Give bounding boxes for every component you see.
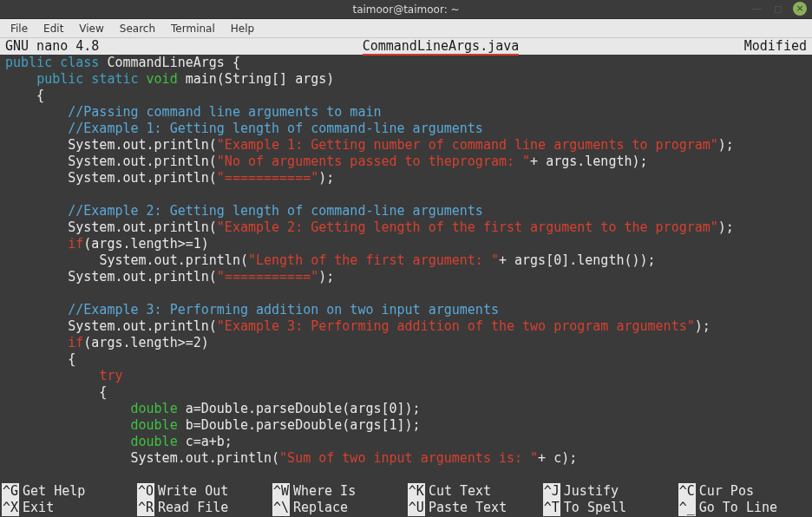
code-token: static [91, 71, 138, 87]
shortcut-replace[interactable]: ^\Replace [271, 500, 406, 516]
code-token: System.out.println( [68, 170, 217, 186]
code-token: System.out.println( [68, 137, 217, 153]
code-token: if [68, 236, 83, 252]
code-string: "===========" [217, 170, 318, 186]
shortcut-to-spell[interactable]: ^TTo Spell [541, 500, 677, 516]
shortcut-cut-text[interactable]: ^KCut Text [406, 483, 541, 500]
code-token: ); [318, 170, 334, 186]
code-token: ); [718, 137, 734, 153]
code-token [5, 170, 68, 186]
code-token: class [60, 55, 99, 70]
code-token: public [36, 71, 83, 87]
code-token: System.out.println( [99, 252, 248, 268]
code-comment: //Passing command line arguments to main [68, 104, 381, 120]
keycap: ^\ [272, 500, 290, 516]
keycap: ^U [408, 500, 425, 516]
code-string: "===========" [217, 269, 318, 285]
code-token [5, 335, 68, 350]
nano-app-name: GNU nano 4.8 [5, 38, 179, 55]
shortcut-label: Justify [564, 483, 619, 500]
code-token: ); [695, 318, 710, 334]
code-token: + c); [538, 450, 577, 466]
code-string: "Example 3: Performing addition of the t… [217, 318, 695, 334]
shortcut-label: Cur Pos [699, 483, 754, 500]
menu-search[interactable]: Search [113, 21, 162, 36]
menu-file[interactable]: File [3, 21, 35, 36]
window-titlebar: taimoor@taimoor: ~ — ◻ × [0, 0, 812, 19]
shortcut-where-is[interactable]: ^WWhere Is [271, 483, 406, 500]
nano-filename-wrap: CommandLineArgs.java [179, 38, 703, 55]
maximize-icon[interactable]: ◻ [772, 3, 784, 15]
code-token: main(String[] args) [178, 71, 335, 87]
close-icon[interactable]: × [793, 2, 807, 16]
nano-filename: CommandLineArgs.java [363, 38, 520, 56]
keycap: ^T [543, 500, 560, 516]
code-token: CommandLineArgs { [99, 55, 240, 70]
code-token [5, 203, 68, 219]
code-string: "Example 2: Getting length of the first … [217, 219, 718, 235]
code-token [5, 434, 131, 449]
code-token: + args[0].length()); [499, 252, 656, 268]
code-token [5, 252, 99, 268]
code-token: void [147, 71, 178, 87]
code-token: (args.length>=1) [83, 236, 209, 252]
code-token: if [68, 335, 83, 350]
code-token [5, 121, 68, 136]
shortcut-read-file[interactable]: ^RRead File [135, 500, 271, 516]
code-token: ); [318, 269, 334, 285]
code-token: System.out.println( [131, 450, 280, 466]
code-token [5, 318, 68, 334]
shortcut-paste-text[interactable]: ^UPaste Text [406, 500, 541, 516]
menu-help[interactable]: Help [224, 21, 261, 36]
code-string: "Example 1: Getting number of command li… [217, 137, 718, 153]
code-token: try [99, 368, 122, 383]
menu-bar: File Edit View Search Terminal Help [0, 19, 812, 38]
shortcut-justify[interactable]: ^JJustify [541, 483, 677, 500]
code-token: b=Double.parseDouble(args[1]); [178, 417, 421, 433]
shortcut-label: Go To Line [699, 500, 777, 516]
code-token [5, 269, 68, 285]
menu-view[interactable]: View [72, 21, 110, 36]
code-token: System.out.println( [68, 154, 217, 169]
code-token [5, 104, 68, 120]
menu-edit[interactable]: Edit [36, 21, 70, 36]
code-comment: //Example 2: Getting length of command-l… [68, 203, 483, 219]
code-token: { [5, 88, 44, 103]
keycap: ^K [408, 483, 425, 500]
code-token: { [5, 384, 107, 400]
code-comment: //Example 1: Getting length of command-l… [68, 121, 483, 136]
shortcut-cur-pos[interactable]: ^CCur Pos [677, 483, 812, 500]
keycap: ^O [137, 483, 154, 500]
nano-header: GNU nano 4.8 CommandLineArgs.java Modifi… [0, 38, 812, 55]
minimize-icon[interactable]: — [751, 3, 763, 15]
code-comment: //Example 3: Performing addition on two … [68, 302, 499, 317]
code-token: System.out.println( [68, 318, 217, 334]
shortcut-exit[interactable]: ^XExit [0, 500, 135, 516]
nano-shortcut-bar: ^GGet Help ^OWrite Out ^WWhere Is ^KCut … [0, 483, 812, 516]
code-token [5, 368, 99, 383]
code-token: System.out.println( [68, 269, 217, 285]
window-controls: — ◻ × [751, 2, 807, 16]
nano-status: Modified [703, 38, 807, 55]
code-token: { [5, 351, 75, 367]
keycap: ^X [2, 500, 19, 516]
code-token: public [5, 55, 52, 70]
shortcut-row-1: ^GGet Help ^OWrite Out ^WWhere Is ^KCut … [0, 483, 812, 500]
code-token [5, 154, 68, 169]
keycap: ^J [543, 483, 560, 500]
code-token [5, 302, 68, 317]
shortcut-go-to-line[interactable]: ^_Go To Line [677, 500, 812, 516]
shortcut-label: Replace [293, 500, 348, 516]
shortcut-write-out[interactable]: ^OWrite Out [135, 483, 271, 500]
menu-terminal[interactable]: Terminal [164, 21, 222, 36]
keycap: ^W [272, 483, 290, 500]
code-token: System.out.println( [68, 219, 217, 235]
shortcut-get-help[interactable]: ^GGet Help [0, 483, 135, 500]
editor-area[interactable]: public class CommandLineArgs { public st… [0, 55, 812, 483]
code-token: double [131, 434, 178, 449]
code-token [5, 450, 131, 466]
shortcut-label: Get Help [23, 483, 85, 500]
code-token: (args.length>=2) [83, 335, 209, 350]
code-token: double [131, 401, 178, 416]
window-title: taimoor@taimoor: ~ [352, 0, 459, 19]
